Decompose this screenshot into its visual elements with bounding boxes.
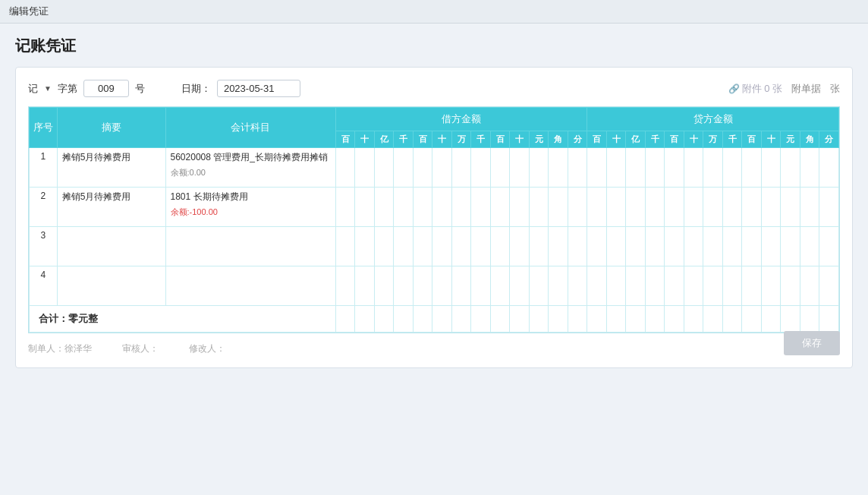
c1-6[interactable]	[684, 148, 703, 188]
d2-12[interactable]	[549, 188, 568, 227]
c3-7[interactable]	[703, 227, 723, 266]
d3-8[interactable]	[471, 227, 491, 266]
d3-13[interactable]	[568, 227, 587, 266]
c2-5[interactable]	[665, 188, 684, 227]
d4-5[interactable]	[413, 266, 432, 306]
c3-11[interactable]	[781, 227, 800, 266]
d4-12[interactable]	[549, 266, 568, 306]
d4-7[interactable]	[451, 266, 471, 306]
summary-3[interactable]	[57, 227, 165, 266]
c1-5[interactable]	[665, 148, 684, 188]
c4-3[interactable]	[626, 266, 646, 306]
c3-6[interactable]	[684, 227, 703, 266]
c3-10[interactable]	[761, 227, 781, 266]
d4-1[interactable]	[335, 266, 355, 306]
c4-13[interactable]	[819, 266, 839, 306]
d1-1[interactable]	[335, 148, 355, 188]
c2-3[interactable]	[626, 188, 646, 227]
d3-1[interactable]	[335, 227, 355, 266]
d3-10[interactable]	[510, 227, 530, 266]
d2-3[interactable]	[374, 188, 394, 227]
c3-13[interactable]	[819, 227, 839, 266]
c3-2[interactable]	[606, 227, 626, 266]
d2-5[interactable]	[413, 188, 432, 227]
d4-2[interactable]	[355, 266, 375, 306]
c2-11[interactable]	[781, 188, 800, 227]
summary-1[interactable]: 摊销5月待摊费用	[57, 148, 165, 188]
d1-7[interactable]	[451, 148, 471, 188]
d1-12[interactable]	[549, 148, 568, 188]
save-button[interactable]: 保存	[784, 331, 840, 355]
d3-4[interactable]	[394, 227, 414, 266]
account-2[interactable]: 1801 长期待摊费用 余额:-100.00	[165, 188, 335, 227]
account-4[interactable]	[165, 266, 335, 306]
d4-13[interactable]	[568, 266, 587, 306]
c2-9[interactable]	[742, 188, 762, 227]
d3-12[interactable]	[549, 227, 568, 266]
d1-2[interactable]	[355, 148, 375, 188]
d2-13[interactable]	[568, 188, 587, 227]
voucher-number-input[interactable]	[83, 80, 129, 97]
d1-13[interactable]	[568, 148, 587, 188]
c1-2[interactable]	[606, 148, 626, 188]
d4-10[interactable]	[510, 266, 530, 306]
d3-9[interactable]	[490, 227, 510, 266]
c1-3[interactable]	[626, 148, 646, 188]
d3-11[interactable]	[529, 227, 549, 266]
d3-2[interactable]	[355, 227, 375, 266]
d1-9[interactable]	[490, 148, 510, 188]
c2-2[interactable]	[606, 188, 626, 227]
d2-2[interactable]	[355, 188, 375, 227]
c4-10[interactable]	[761, 266, 781, 306]
c4-8[interactable]	[722, 266, 742, 306]
c1-4[interactable]	[645, 148, 665, 188]
d1-8[interactable]	[471, 148, 491, 188]
account-1[interactable]: 56020008 管理费用_长期待摊费用摊销 余额:0.00	[165, 148, 335, 188]
c3-12[interactable]	[800, 227, 819, 266]
d2-11[interactable]	[529, 188, 549, 227]
c4-6[interactable]	[684, 266, 703, 306]
d1-11[interactable]	[529, 148, 549, 188]
c3-1[interactable]	[587, 227, 607, 266]
c4-5[interactable]	[665, 266, 684, 306]
summary-2[interactable]: 摊销5月待摊费用	[57, 188, 165, 227]
d3-7[interactable]	[451, 227, 471, 266]
c2-10[interactable]	[761, 188, 781, 227]
c1-11[interactable]	[781, 148, 800, 188]
ji-dropdown-icon[interactable]: ▼	[44, 84, 52, 93]
d4-11[interactable]	[529, 266, 549, 306]
c4-2[interactable]	[606, 266, 626, 306]
d2-8[interactable]	[471, 188, 491, 227]
c1-10[interactable]	[761, 148, 781, 188]
c2-8[interactable]	[722, 188, 742, 227]
account-3[interactable]	[165, 227, 335, 266]
c2-1[interactable]	[587, 188, 607, 227]
c1-12[interactable]	[800, 148, 819, 188]
d4-4[interactable]	[394, 266, 414, 306]
c1-8[interactable]	[722, 148, 742, 188]
date-input[interactable]	[217, 80, 300, 97]
c2-7[interactable]	[703, 188, 723, 227]
c4-4[interactable]	[645, 266, 665, 306]
d2-4[interactable]	[394, 188, 414, 227]
d1-10[interactable]	[510, 148, 530, 188]
d4-9[interactable]	[490, 266, 510, 306]
c3-5[interactable]	[665, 227, 684, 266]
c1-1[interactable]	[587, 148, 607, 188]
d2-10[interactable]	[510, 188, 530, 227]
c2-4[interactable]	[645, 188, 665, 227]
c1-7[interactable]	[703, 148, 723, 188]
c2-13[interactable]	[819, 188, 839, 227]
c3-3[interactable]	[626, 227, 646, 266]
c4-7[interactable]	[703, 266, 723, 306]
c4-9[interactable]	[742, 266, 762, 306]
d2-1[interactable]	[335, 188, 355, 227]
c4-11[interactable]	[781, 266, 800, 306]
c3-4[interactable]	[645, 227, 665, 266]
summary-4[interactable]	[57, 266, 165, 306]
attachment-link[interactable]: 🔗 附件 0 张	[728, 82, 782, 96]
d1-6[interactable]	[432, 148, 452, 188]
d4-6[interactable]	[432, 266, 452, 306]
d3-6[interactable]	[432, 227, 452, 266]
d2-7[interactable]	[451, 188, 471, 227]
